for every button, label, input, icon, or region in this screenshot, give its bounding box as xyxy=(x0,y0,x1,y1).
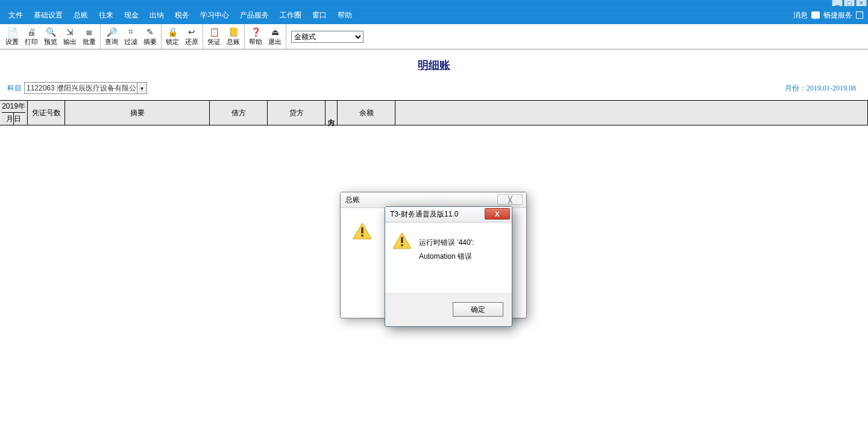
format-select-wrap: 金额式 xyxy=(291,31,363,43)
error-line-2: Automation 错误 xyxy=(419,250,474,264)
svg-rect-1 xyxy=(361,227,363,233)
menu-window[interactable]: 窗口 xyxy=(310,9,329,22)
toolbar-group-4: 📋凭证 📒总账 xyxy=(204,24,245,49)
format-select[interactable]: 金额式 xyxy=(291,31,363,43)
error-line-1: 运行时错误 '440': xyxy=(419,236,474,250)
preview-icon: 🔍 xyxy=(45,27,56,37)
warning-icon xyxy=(392,232,412,249)
menubar-right: 消息 畅捷服务 xyxy=(793,10,863,21)
col-voucher-no: 凭证号数 xyxy=(28,101,65,125)
toolbar-group-3: 🔒锁定 ↩还原 xyxy=(163,24,203,49)
toolbar-print[interactable]: 🖨打印 xyxy=(22,24,41,49)
toolbar-group-2: 🔎查询 ⌗过滤 ✎摘要 xyxy=(102,24,162,49)
toolbar-group-5: ❓帮助 ⏏退出 xyxy=(246,24,286,49)
menu-cash[interactable]: 现金 xyxy=(122,9,141,22)
exit-icon: ⏏ xyxy=(269,27,280,37)
dialog-error-message: 运行时错误 '440': Automation 错误 xyxy=(419,232,474,286)
col-month: 月 xyxy=(6,113,14,125)
printer-icon: 🖨 xyxy=(26,27,37,37)
page-title: 明细账 xyxy=(418,59,450,71)
menu-ledger[interactable]: 总账 xyxy=(71,9,90,22)
col-balance: 余额 xyxy=(338,101,395,125)
pencil-icon: ✎ xyxy=(145,27,156,37)
col-date: 2019年 月 日 xyxy=(0,101,28,125)
toolbar-help[interactable]: ❓帮助 xyxy=(246,24,265,49)
page-header: 明细账 xyxy=(0,49,868,78)
account-select[interactable]: 1122063 濮阳兴辰医疗设备有限公司 ▾ xyxy=(24,82,147,94)
toolbar-batch[interactable]: ≣批量 xyxy=(80,24,99,49)
menu-products[interactable]: 产品服务 xyxy=(237,9,271,22)
dialog-error-titlebar[interactable]: T3-财务通普及版11.0 X xyxy=(385,207,512,223)
ledger-grid: 2019年 月 日 凭证号数 摘要 借方 贷方 方向 余额 xyxy=(0,100,868,125)
menu-ar-ap[interactable]: 往来 xyxy=(96,9,116,22)
account-label: 科目 xyxy=(7,83,22,93)
menu-tax[interactable]: 税务 xyxy=(172,9,192,22)
toolbar-filter[interactable]: ⌗过滤 xyxy=(121,24,140,49)
ok-button[interactable]: 确定 xyxy=(453,302,503,317)
chevron-down-icon[interactable]: ▾ xyxy=(137,83,146,93)
doc-icon: 📄 xyxy=(7,27,17,37)
svg-rect-5 xyxy=(401,244,403,246)
month-range: 月份：2019.01-2019.08 xyxy=(785,83,856,93)
dialog-error-body: 运行时错误 '440': Automation 错误 xyxy=(385,223,512,294)
toolbar-lock[interactable]: 🔒锁定 xyxy=(163,24,182,49)
month-label: 月份： xyxy=(785,84,807,92)
dialog-error-footer: 确定 xyxy=(385,294,512,325)
grid-header: 2019年 月 日 凭证号数 摘要 借方 贷方 方向 余额 xyxy=(0,101,868,125)
search-icon: 🔎 xyxy=(106,27,117,37)
account-value: 1122063 濮阳兴辰医疗设备有限公司 xyxy=(27,83,143,93)
toolbar-preview[interactable]: 🔍预览 xyxy=(41,24,60,49)
toolbar-exit[interactable]: ⏏退出 xyxy=(265,24,285,49)
filter-icon: ⌗ xyxy=(125,27,136,37)
svg-rect-4 xyxy=(401,237,403,243)
service-label[interactable]: 畅捷服务 xyxy=(823,10,852,21)
month-value: 2019.01-2019.08 xyxy=(807,84,856,92)
dialog-error-title: T3-财务通普及版11.0 xyxy=(390,209,458,220)
col-debit: 借方 xyxy=(210,101,268,125)
chat-icon[interactable] xyxy=(811,11,820,19)
square-icon[interactable] xyxy=(856,11,863,19)
menu-file[interactable]: 文件 xyxy=(6,9,25,22)
warning-icon xyxy=(353,223,372,239)
toolbar-ledger[interactable]: 📒总账 xyxy=(224,24,243,49)
menu-help[interactable]: 帮助 xyxy=(335,9,354,22)
menu-cashier[interactable]: 出纳 xyxy=(147,9,166,22)
col-credit: 贷方 xyxy=(268,101,326,125)
toolbar-query[interactable]: 🔎查询 xyxy=(102,24,121,49)
messages-label[interactable]: 消息 xyxy=(793,10,808,21)
ledger-icon: 📒 xyxy=(228,27,239,37)
dialog-error-close[interactable]: X xyxy=(485,208,510,220)
menubar: 文件 基础设置 总账 往来 现金 出纳 税务 学习中心 产品服务 工作圈 窗口 … xyxy=(0,6,868,24)
help-icon: ❓ xyxy=(250,27,261,37)
col-day: 日 xyxy=(14,113,21,125)
col-year: 2019年 xyxy=(2,101,25,113)
window-titlebar: ▁ ▢ ✕ xyxy=(0,0,868,6)
col-summary: 摘要 xyxy=(65,101,210,125)
menu-learning[interactable]: 学习中心 xyxy=(198,9,231,22)
filter-row: 科目 1122063 濮阳兴辰医疗设备有限公司 ▾ 月份：2019.01-201… xyxy=(0,78,868,100)
col-spacer xyxy=(395,101,868,125)
toolbar-export[interactable]: ⇲输出 xyxy=(60,24,80,49)
toolbar-settings[interactable]: 📄设置 xyxy=(2,24,22,49)
svg-rect-2 xyxy=(361,235,363,236)
export-icon: ⇲ xyxy=(64,27,75,37)
toolbar-group-1: 📄设置 🖨打印 🔍预览 ⇲输出 ≣批量 xyxy=(2,24,101,49)
toolbar-voucher[interactable]: 📋凭证 xyxy=(204,24,224,49)
batch-icon: ≣ xyxy=(84,27,95,37)
toolbar-restore[interactable]: ↩还原 xyxy=(182,24,201,49)
col-direction: 方向 xyxy=(326,101,338,125)
lock-icon: 🔒 xyxy=(167,27,178,37)
toolbar: 📄设置 🖨打印 🔍预览 ⇲输出 ≣批量 🔎查询 ⌗过滤 ✎摘要 🔒锁定 ↩还原 … xyxy=(0,24,868,49)
dialog-ledger-title-text: 总账 xyxy=(345,195,360,205)
menu-base-settings[interactable]: 基础设置 xyxy=(31,9,65,22)
dialog-ledger-close[interactable]: ╳ xyxy=(497,194,523,205)
dialog-error: T3-财务通普及版11.0 X 运行时错误 '440': Automation … xyxy=(385,206,512,327)
toolbar-summary[interactable]: ✎摘要 xyxy=(140,24,160,49)
voucher-icon: 📋 xyxy=(209,27,219,37)
menu-workgroup[interactable]: 工作圈 xyxy=(277,9,304,22)
undo-icon: ↩ xyxy=(186,27,197,37)
